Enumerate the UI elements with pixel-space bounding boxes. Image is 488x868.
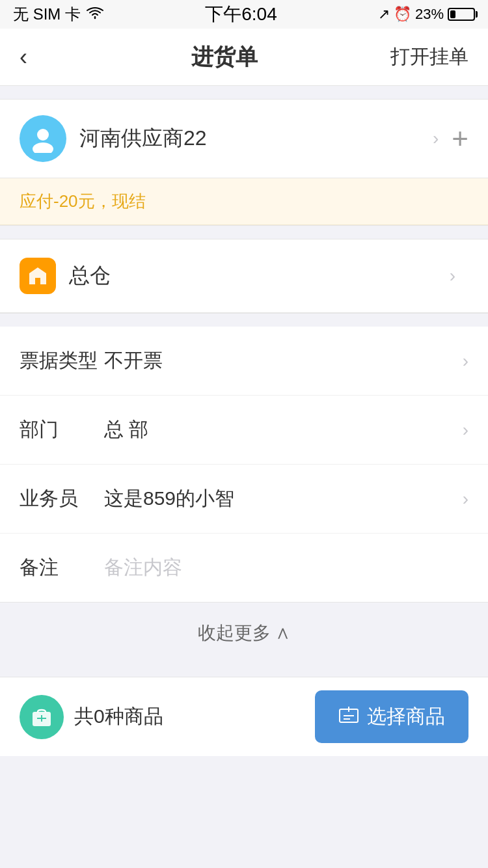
nav-bar: ‹ 进货单 打开挂单 (0, 29, 488, 86)
remark-row[interactable]: 备注 备注内容 (0, 534, 488, 602)
select-product-label: 选择商品 (367, 703, 445, 730)
department-label: 部门 (20, 416, 104, 443)
page-title: 进货单 (191, 42, 258, 72)
battery-percent: 23% (415, 6, 444, 23)
select-product-icon (338, 704, 359, 729)
invoice-type-chevron-icon: › (463, 351, 468, 372)
salesperson-chevron-icon: › (463, 489, 468, 509)
form-section: 票据类型 不开票 › 部门 总 部 › 业务员 这是859的小智 › 备注 备注… (0, 327, 488, 602)
supplier-row[interactable]: 河南供应商22 › + (0, 100, 488, 178)
carrier-label: 无 SIM 卡 (13, 4, 81, 25)
notice-bar: 应付-20元，现结 (0, 178, 488, 225)
supplier-section: 河南供应商22 › + 应付-20元，现结 (0, 99, 488, 226)
warehouse-name: 总仓 (69, 262, 450, 290)
invoice-type-value: 不开票 (104, 347, 456, 374)
remark-label: 备注 (20, 554, 104, 581)
remaining-background (0, 756, 488, 868)
wifi-icon (86, 5, 104, 23)
notice-text: 应付-20元，现结 (20, 191, 146, 211)
warehouse-section: 总仓 › (0, 239, 488, 314)
product-summary: 共0种商品 (20, 695, 315, 739)
supplier-avatar (20, 115, 66, 162)
select-product-button[interactable]: 选择商品 (315, 690, 468, 743)
department-chevron-icon: › (463, 420, 468, 441)
back-button[interactable]: ‹ (20, 44, 59, 71)
remark-input[interactable]: 备注内容 (104, 554, 468, 581)
battery-icon (448, 8, 475, 21)
salesperson-row[interactable]: 业务员 这是859的小智 › (0, 465, 488, 534)
section-gap-1 (0, 86, 488, 99)
section-gap-2 (0, 226, 488, 239)
add-supplier-button[interactable]: + (452, 124, 468, 153)
warehouse-icon (20, 258, 56, 294)
invoice-type-row[interactable]: 票据类型 不开票 › (0, 327, 488, 396)
alarm-icon: ⏰ (394, 6, 411, 23)
collapse-row[interactable]: 收起更多 ∧ (0, 602, 488, 664)
status-bar: 无 SIM 卡 下午6:04 ↗ ⏰ 23% (0, 0, 488, 29)
salesperson-value: 这是859的小智 (104, 485, 456, 512)
time-label: 下午6:04 (205, 2, 277, 27)
svg-rect-2 (35, 278, 40, 284)
open-pending-button[interactable]: 打开挂单 (390, 44, 468, 70)
collapse-label: 收起更多 ∧ (198, 621, 291, 645)
department-value: 总 部 (104, 416, 456, 443)
svg-point-1 (33, 142, 53, 153)
salesperson-label: 业务员 (20, 485, 104, 512)
warehouse-row[interactable]: 总仓 › (0, 239, 488, 313)
location-icon: ↗ (378, 6, 390, 23)
supplier-chevron-icon: › (433, 128, 439, 149)
status-right: ↗ ⏰ 23% (378, 6, 475, 23)
product-count-label: 共0种商品 (74, 703, 163, 730)
supplier-name: 河南供应商22 (79, 124, 433, 153)
status-left: 无 SIM 卡 (13, 4, 104, 25)
department-row[interactable]: 部门 总 部 › (0, 396, 488, 465)
warehouse-chevron-icon: › (450, 265, 455, 286)
product-icon (20, 695, 64, 739)
invoice-type-label: 票据类型 (20, 347, 104, 374)
action-bar: 共0种商品 选择商品 (0, 677, 488, 756)
svg-point-0 (37, 129, 49, 141)
